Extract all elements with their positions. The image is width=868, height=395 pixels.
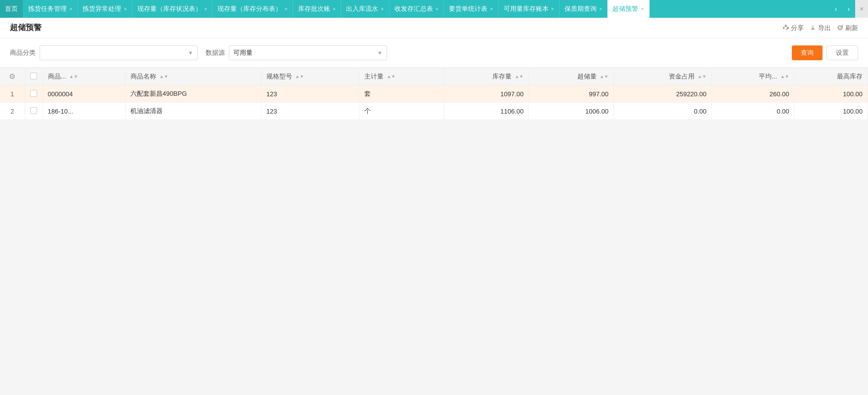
tab-item-11[interactable]: 超储预警 × [608, 0, 649, 18]
category-filter: 商品分类 ▼ [10, 45, 198, 60]
tab-close-3[interactable]: × [204, 6, 207, 12]
tab-item-3[interactable]: 现存量（库存状况表） × [132, 0, 213, 18]
filter-actions: 查询 设置 [792, 45, 858, 60]
tab-item-1[interactable]: 拣货任务管理 × [23, 0, 78, 18]
sort-icon-capital: ▲▼ [697, 75, 706, 79]
col-label-goods-code: 商品... [48, 73, 66, 80]
export-label: 导出 [818, 24, 831, 33]
tab-close-10[interactable]: × [599, 6, 602, 12]
filter-bar: 商品分类 ▼ 数据源 可用量 ▼ 查询 设置 [0, 39, 868, 68]
home-label: 首页 [5, 4, 18, 13]
cell-stock-0: 1097.00 [444, 85, 529, 103]
category-label: 商品分类 [10, 48, 36, 57]
tab-item-5[interactable]: 库存批次账 × [293, 0, 341, 18]
column-settings-icon[interactable]: ⚙ [9, 72, 15, 80]
nav-close-button[interactable]: × [855, 0, 868, 18]
tab-label-9: 可用量库存账本 [504, 4, 549, 13]
refresh-label: 刷新 [845, 24, 858, 33]
refresh-button[interactable]: 刷新 [837, 24, 858, 33]
category-select[interactable]: ▼ [40, 45, 198, 60]
tab-close-7[interactable]: × [435, 6, 438, 12]
refresh-icon [837, 25, 843, 31]
table-row: 1 0000004 六配套新昌490BPG 123 套 1097.00 997.… [0, 85, 868, 103]
cell-goods-code-0: 0000004 [43, 85, 125, 103]
tab-label-6: 出入库流水 [346, 4, 378, 13]
cell-goods-name-0: 六配套新昌490BPG [125, 85, 261, 103]
tab-label-4: 现存量（库存分布表） [217, 4, 282, 13]
nav-prev-button[interactable]: ‹ [829, 0, 842, 18]
col-header-goods-code[interactable]: 商品... ▲▼ [43, 68, 125, 85]
col-header-stock[interactable]: 库存量 ▲▼ [444, 68, 529, 85]
tab-item-4[interactable]: 现存量（库存分布表） × [213, 0, 293, 18]
cell-check-1[interactable] [25, 103, 43, 120]
col-header-unit[interactable]: 主计量 ▲▼ [359, 68, 444, 85]
cell-overstock-0: 997.00 [529, 85, 614, 103]
tab-label-10: 保质期查询 [564, 4, 597, 13]
tab-item-9[interactable]: 可用量库存账本 × [499, 0, 560, 18]
select-all-checkbox[interactable] [30, 73, 37, 79]
col-label-maxstock: 最高库存 [837, 73, 863, 80]
cell-stock-1: 1106.00 [444, 103, 529, 120]
share-label: 分享 [791, 24, 804, 33]
tab-label-3: 现存量（库存状况表） [137, 4, 202, 13]
tab-close-5[interactable]: × [333, 6, 336, 12]
row-checkbox-1[interactable] [30, 107, 37, 114]
category-dropdown-icon: ▼ [188, 50, 193, 56]
cell-check-0[interactable] [25, 85, 43, 103]
col-header-goods-name[interactable]: 商品名称 ▲▼ [125, 68, 261, 85]
export-button[interactable]: 导出 [810, 24, 831, 33]
sort-icon-overstock: ▲▼ [600, 75, 608, 79]
data-table-wrapper: ⚙ 商品... ▲▼ 商品名称 ▲▼ 规格型号 ▲▼ 主计 [0, 68, 868, 120]
tab-close-4[interactable]: × [284, 6, 287, 12]
tab-close-9[interactable]: × [551, 6, 554, 12]
tab-label-5: 库存批次账 [298, 4, 330, 13]
col-label-stock: 库存量 [492, 73, 512, 80]
cell-spec-1: 123 [261, 103, 359, 120]
row-checkbox-0[interactable] [30, 90, 37, 97]
home-tab[interactable]: 首页 [0, 0, 23, 18]
sort-icon-goods-name: ▲▼ [159, 75, 168, 79]
cell-index-1: 2 [0, 103, 25, 120]
sort-icon-stock: ▲▼ [515, 75, 523, 79]
cell-maxstock-0: 100.00 [794, 85, 868, 103]
settings-button[interactable]: 设置 [826, 45, 858, 60]
tab-close-2[interactable]: × [124, 6, 127, 12]
tab-close-1[interactable]: × [69, 6, 72, 12]
table-body: 1 0000004 六配套新昌490BPG 123 套 1097.00 997.… [0, 85, 868, 120]
nav-next-button[interactable]: › [842, 0, 855, 18]
sort-icon-spec: ▲▼ [295, 75, 304, 79]
cell-unit-0: 套 [359, 85, 444, 103]
page-title: 超储预警 [10, 23, 42, 33]
cell-avg-0: 260.00 [712, 85, 794, 103]
datasource-select[interactable]: 可用量 ▼ [229, 45, 387, 60]
table-header-row: ⚙ 商品... ▲▼ 商品名称 ▲▼ 规格型号 ▲▼ 主计 [0, 68, 868, 85]
tab-item-2[interactable]: 拣货异常处理 × [78, 0, 132, 18]
tab-close-6[interactable]: × [381, 6, 384, 12]
tab-label-7: 收发存汇总表 [394, 4, 433, 13]
tab-label-11: 超储预警 [612, 4, 638, 13]
sort-icon-unit: ▲▼ [387, 75, 395, 79]
col-header-maxstock[interactable]: 最高库存 [794, 68, 868, 85]
share-icon [782, 25, 789, 31]
top-navigation: 首页 拣货任务管理 × 拣货异常处理 × 现存量（库存状况表） × 现存量（库存… [0, 0, 868, 18]
tab-close-11[interactable]: × [641, 6, 644, 12]
col-label-unit: 主计量 [364, 73, 384, 80]
col-header-capital[interactable]: 资金占用 ▲▼ [613, 68, 711, 85]
col-header-overstock[interactable]: 超储量 ▲▼ [529, 68, 614, 85]
tab-item-7[interactable]: 收发存汇总表 × [390, 0, 444, 18]
page-actions: 分享 导出 刷新 [782, 24, 858, 33]
tab-close-8[interactable]: × [490, 6, 493, 12]
export-icon [810, 25, 816, 31]
cell-capital-1: 0.00 [613, 103, 711, 120]
col-label-avg: 平均... [759, 73, 777, 80]
col-header-check [25, 68, 43, 85]
col-header-spec[interactable]: 规格型号 ▲▼ [261, 68, 359, 85]
share-button[interactable]: 分享 [782, 24, 804, 33]
col-header-avg[interactable]: 平均... ▲▼ [712, 68, 794, 85]
tab-label-1: 拣货任务管理 [28, 4, 67, 13]
tab-item-10[interactable]: 保质期查询 × [560, 0, 608, 18]
tab-item-6[interactable]: 出入库流水 × [341, 0, 389, 18]
query-button[interactable]: 查询 [792, 45, 823, 60]
col-label-overstock: 超储量 [577, 73, 597, 80]
tab-item-8[interactable]: 要货单统计表 × [444, 0, 498, 18]
